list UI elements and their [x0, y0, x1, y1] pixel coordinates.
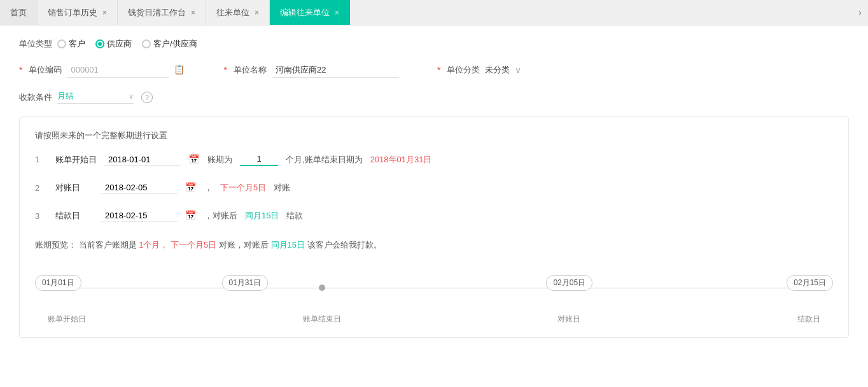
unit-name-input[interactable]	[272, 62, 399, 78]
preview-reconcile-pre: 下一个月5日	[171, 240, 216, 250]
reconcile-date-input[interactable]	[101, 181, 178, 194]
name-required-star: *	[223, 65, 227, 75]
payment-highlight: 同月15日	[245, 210, 279, 222]
tab-edit-partner[interactable]: 编辑往来单位 ×	[270, 0, 350, 25]
preview-text: 当前客户账期是	[79, 240, 137, 250]
period-label-3: 结款日	[55, 210, 94, 222]
tab-close-cash-workbench[interactable]: ×	[191, 8, 195, 17]
unit-type-form-item: 单位类型 客户 供应商 客户/供应商	[19, 38, 197, 50]
timeline-label-2: 账单结束日	[303, 314, 341, 325]
period-suffix-before: 账期为	[207, 154, 232, 165]
period-row-2: 2 对账日 📅 ， 下一个月5日 对账	[35, 181, 833, 194]
preview-month: 1个月，	[139, 240, 168, 250]
tab-sales-history[interactable]: 销售订单历史 ×	[38, 0, 118, 25]
preview-pay: 同月15日	[271, 240, 305, 250]
unit-type-radio-group: 客户 供应商 客户/供应商	[57, 38, 197, 50]
unit-info-row: * 单位编码 📋 * 单位名称 * 单位分类 未分类 ∨	[19, 62, 849, 78]
code-required-star: *	[19, 65, 22, 75]
preview-row: 账期预览： 当前客户账期是 1个月， 下一个月5日 对账，对账后 同月15日 该…	[35, 237, 833, 252]
classify-required-star: *	[437, 65, 440, 75]
payment-value: 月结	[57, 90, 126, 102]
timeline-chip-2: 01月31日	[222, 275, 269, 291]
reconcile-prefix: ，	[204, 182, 213, 194]
period-num-2: 2	[35, 183, 48, 193]
unit-type-row: 单位类型 客户 供应商 客户/供应商	[19, 38, 849, 50]
preview-reconcile-suf: 对账，对账后	[219, 240, 269, 250]
payment-dropdown[interactable]: 月结 ∨	[57, 90, 134, 104]
tab-home[interactable]: 首页	[0, 0, 38, 25]
tab-close-sales-history[interactable]: ×	[102, 8, 107, 17]
unit-name-label: 单位名称	[234, 64, 267, 76]
period-end-date: 2018年01月31日	[370, 154, 432, 165]
unit-code-item: * 单位编码 📋	[19, 62, 185, 78]
period-panel: 请按照未来的一个完整帐期进行设置 1 账单开始日 📅 账期为 个月,账单结束日期…	[19, 116, 849, 338]
help-icon[interactable]: ?	[141, 92, 153, 103]
start-date-input[interactable]	[104, 153, 181, 166]
timeline-label-1: 账单开始日	[48, 314, 86, 325]
period-num-3: 3	[35, 211, 48, 221]
radio-supplier[interactable]: 供应商	[95, 38, 132, 50]
payment-dropdown-arrow: ∨	[129, 92, 134, 101]
period-label-1: 账单开始日	[55, 154, 97, 165]
tab-close-partner[interactable]: ×	[255, 8, 259, 17]
tab-cash-workbench[interactable]: 钱货日清工作台 ×	[118, 0, 206, 25]
copy-icon[interactable]: 📋	[174, 64, 185, 76]
radio-both[interactable]: 客户/供应商	[142, 38, 197, 50]
unit-code-label: 单位编码	[29, 64, 62, 76]
unit-code-input[interactable]	[67, 62, 169, 78]
tab-bar: 首页 销售订单历史 × 钱货日清工作台 × 往来单位 × 编辑往来单位 × ›	[0, 0, 868, 25]
period-label-2: 对账日	[55, 182, 94, 194]
period-month-input[interactable]	[240, 153, 278, 166]
reconcile-suffix: 对账	[274, 182, 290, 194]
timeline-point-1: 01月01日 账单开始日	[48, 275, 86, 325]
timeline-chip-3: 02月05日	[546, 275, 592, 291]
start-date-calendar-icon[interactable]: 📅	[188, 154, 200, 165]
timeline-point-4: 02月15日 结款日	[797, 275, 820, 325]
timeline-points: 01月01日 账单开始日 01月31日 账单结束日 02月05日 对账日 02月…	[48, 275, 820, 325]
radio-circle-both	[142, 39, 151, 48]
payment-suffix: 结款	[286, 210, 303, 222]
unit-name-item: * 单位名称	[223, 62, 398, 78]
unit-classify-item: * 单位分类 未分类 ∨	[437, 64, 587, 76]
timeline-label-3: 对账日	[557, 314, 580, 325]
timeline-point-3: 02月05日 对账日	[557, 275, 580, 325]
period-num-1: 1	[35, 155, 48, 164]
payment-date-calendar-icon[interactable]: 📅	[185, 210, 197, 222]
radio-circle-supplier	[95, 39, 104, 48]
unit-classify-label: 单位分类	[447, 64, 480, 76]
timeline-dot-2	[319, 285, 325, 291]
tab-close-edit-partner[interactable]: ×	[335, 8, 339, 17]
payment-row: 收款条件 月结 ∨ ?	[19, 90, 849, 104]
preview-label: 账期预览：	[35, 240, 76, 250]
timeline-point-2: 01月31日 账单结束日	[303, 275, 341, 325]
preview-end: 该客户会给我打款。	[307, 240, 382, 250]
radio-circle-customer	[57, 39, 66, 48]
payment-date-input[interactable]	[101, 209, 178, 222]
unit-type-label: 单位类型	[19, 38, 52, 50]
period-instruction: 请按照未来的一个完整帐期进行设置	[35, 130, 833, 141]
classify-value: 未分类	[485, 64, 510, 76]
reconcile-date-calendar-icon[interactable]: 📅	[185, 182, 197, 194]
radio-customer[interactable]: 客户	[57, 38, 85, 50]
timeline-chip-1: 01月01日	[35, 275, 81, 291]
payment-prefix: ，对账后	[204, 210, 237, 222]
timeline-chip-4: 02月15日	[787, 275, 833, 291]
period-row-1: 1 账单开始日 📅 账期为 个月,账单结束日期为 2018年01月31日	[35, 153, 833, 166]
period-month-suffix: 个月,账单结束日期为	[286, 154, 363, 165]
page-content: 单位类型 客户 供应商 客户/供应商 * 单位编码	[0, 25, 868, 387]
payment-label: 收款条件	[19, 92, 52, 103]
payment-item: 收款条件 月结 ∨ ?	[19, 90, 153, 104]
classify-arrow-icon: ∨	[515, 65, 521, 75]
classify-dropdown[interactable]: 未分类 ∨	[485, 64, 587, 76]
reconcile-highlight: 下一个月5日	[220, 182, 266, 194]
period-row-3: 3 结款日 📅 ，对账后 同月15日 结款	[35, 209, 833, 222]
timeline-label-4: 结款日	[797, 314, 820, 325]
tab-partner[interactable]: 往来单位 ×	[206, 0, 270, 25]
tab-expand-button[interactable]: ›	[852, 0, 868, 25]
